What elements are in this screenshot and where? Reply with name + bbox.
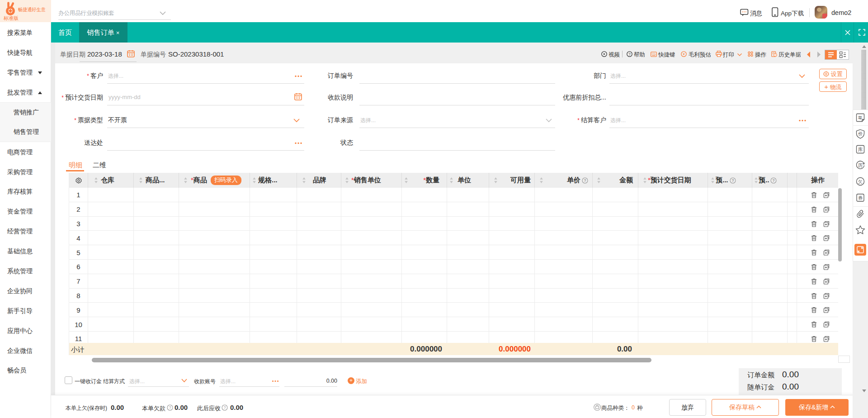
svg-text:?: ? — [224, 405, 226, 410]
svg-text:?: ? — [628, 52, 631, 57]
svg-text:?: ? — [773, 178, 775, 183]
svg-text:库: 库 — [858, 147, 863, 152]
svg-text:?: ? — [169, 405, 171, 410]
svg-text:?: ? — [584, 178, 586, 183]
svg-text:?: ? — [731, 178, 734, 183]
svg-text:价: 价 — [858, 131, 863, 136]
svg-text:历: 历 — [858, 163, 863, 168]
svg-text:券: 券 — [858, 195, 863, 200]
svg-text:¥: ¥ — [683, 52, 685, 56]
svg-text:欠: 欠 — [858, 179, 863, 184]
svg-text:草: 草 — [858, 115, 863, 120]
